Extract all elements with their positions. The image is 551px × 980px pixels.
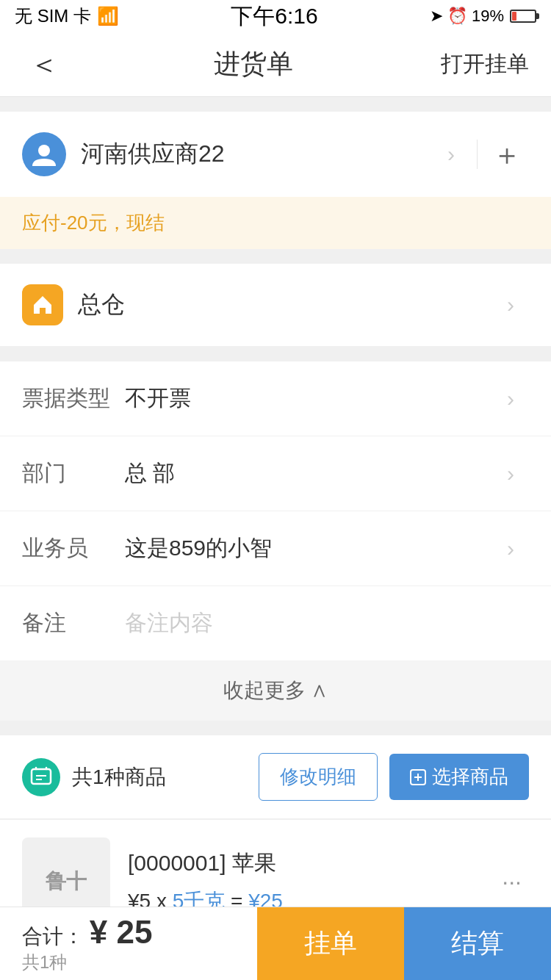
warehouse-chevron-icon: › xyxy=(507,292,514,317)
invoice-chevron-icon: › xyxy=(507,386,514,411)
collapse-button[interactable]: 收起更多 ∧ xyxy=(0,660,551,721)
status-right: ➤ ⏰ 19% xyxy=(430,7,536,26)
total-label: 合计： xyxy=(22,925,84,948)
status-bar: 无 SIM 卡 📶 下午6:16 ➤ ⏰ 19% xyxy=(0,0,551,32)
separator xyxy=(477,140,478,169)
total-amount: ¥ 25 xyxy=(90,914,153,950)
form-section: 票据类型 不开票 › 部门 总 部 › 业务员 这是859的小智 › 备注 备注… xyxy=(0,361,551,660)
salesperson-row[interactable]: 业务员 这是859的小智 › xyxy=(0,511,551,586)
supplier-name: 河南供应商22 xyxy=(81,138,447,170)
svg-point-0 xyxy=(38,145,50,156)
add-button[interactable]: ＋ xyxy=(485,134,529,175)
select-product-button[interactable]: 选择商品 xyxy=(389,754,529,800)
more-options-button[interactable]: ··· xyxy=(494,861,529,903)
department-label: 部门 xyxy=(22,458,110,489)
product-name: [0000001] 苹果 xyxy=(128,849,494,879)
divider-1 xyxy=(0,97,551,112)
warehouse-icon xyxy=(22,284,63,325)
owl-logo: 鲁十 xyxy=(46,868,87,896)
total-section: 合计： ¥ 25 共1种 xyxy=(0,914,257,974)
remark-row[interactable]: 备注 备注内容 xyxy=(0,586,551,660)
divider-3 xyxy=(0,346,551,361)
product-id: [0000001] xyxy=(128,851,226,875)
warehouse-section: 总仓 › xyxy=(0,264,551,346)
cart-icon xyxy=(30,766,52,788)
person-icon xyxy=(31,141,57,167)
back-button[interactable]: ＜ xyxy=(22,37,66,92)
department-value: 总 部 xyxy=(125,458,507,489)
carrier-text: 无 SIM 卡 xyxy=(15,4,91,28)
product-count-icon xyxy=(22,758,60,796)
invoice-row[interactable]: 票据类型 不开票 › xyxy=(0,361,551,436)
alarm-icon: ⏰ xyxy=(447,7,467,26)
invoice-label: 票据类型 xyxy=(22,383,110,414)
department-chevron-icon: › xyxy=(507,461,514,486)
remark-value: 备注内容 xyxy=(125,608,529,638)
edit-detail-button[interactable]: 修改明细 xyxy=(259,753,378,801)
supplier-section: 河南供应商22 › ＋ 应付-20元，现结 xyxy=(0,112,551,249)
checkout-button[interactable]: 结算 xyxy=(404,907,551,981)
nav-bar: ＜ 进货单 打开挂单 xyxy=(0,32,551,97)
product-title: 苹果 xyxy=(232,851,276,875)
product-count-text: 共1种商品 xyxy=(72,763,259,791)
home-icon xyxy=(31,293,54,317)
salesperson-chevron-icon: › xyxy=(507,536,514,561)
bottom-bar: 合计： ¥ 25 共1种 挂单 结算 xyxy=(0,907,551,980)
salesperson-label: 业务员 xyxy=(22,533,110,563)
salesperson-value: 这是859的小智 xyxy=(125,533,507,563)
invoice-value: 不开票 xyxy=(125,383,507,414)
battery-text: 19% xyxy=(472,7,504,26)
supplier-avatar xyxy=(22,132,66,176)
department-row[interactable]: 部门 总 部 › xyxy=(0,436,551,511)
supplier-row[interactable]: 河南供应商22 › ＋ xyxy=(0,112,551,197)
divider-2 xyxy=(0,249,551,264)
open-pending-button[interactable]: 打开挂单 xyxy=(441,49,529,79)
pending-button[interactable]: 挂单 xyxy=(257,907,404,981)
warehouse-row[interactable]: 总仓 › xyxy=(0,264,551,346)
chevron-right-icon: › xyxy=(447,142,455,167)
total-count: 共1种 xyxy=(22,951,235,974)
remark-label: 备注 xyxy=(22,608,110,638)
warehouse-name: 总仓 xyxy=(78,289,507,321)
select-product-label: 选择商品 xyxy=(432,764,508,790)
product-info: [0000001] 苹果 ¥5 x 5千克 = ¥25 xyxy=(128,849,494,915)
status-left: 无 SIM 卡 📶 xyxy=(15,4,119,28)
total-row: 合计： ¥ 25 xyxy=(22,914,235,951)
status-time: 下午6:16 xyxy=(231,1,317,32)
wifi-icon: 📶 xyxy=(97,6,119,26)
location-icon: ➤ xyxy=(430,7,443,26)
info-banner: 应付-20元，现结 xyxy=(0,197,551,249)
select-product-icon xyxy=(410,769,426,785)
products-header: 共1种商品 修改明细 选择商品 xyxy=(0,735,551,818)
battery-icon xyxy=(510,10,536,23)
page-title: 进货单 xyxy=(214,46,293,82)
